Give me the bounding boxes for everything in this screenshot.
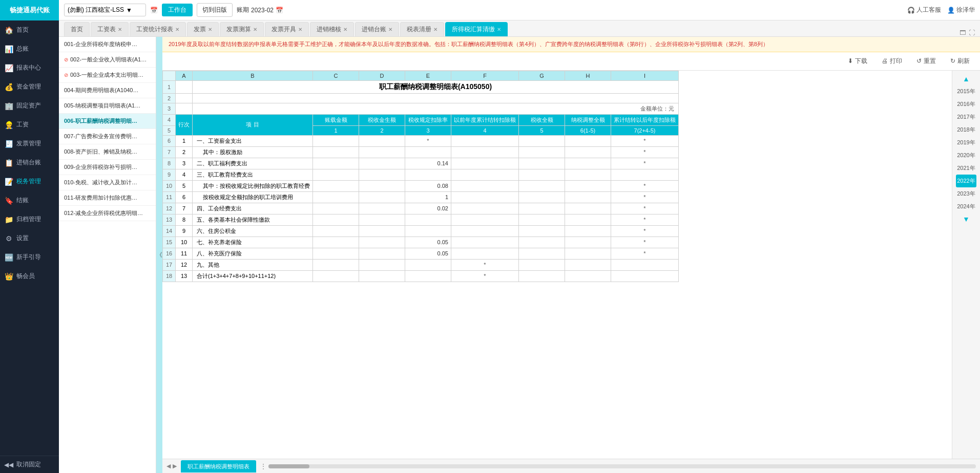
left-item-6[interactable]: 007-广告费和业务宣传费明… (59, 129, 156, 144)
year-2017[interactable]: 2017年 (956, 111, 976, 123)
tab-purchase-audit[interactable]: 进销稽核 ✕ (310, 22, 354, 36)
tab-invoice-calc[interactable]: 发票测算 ✕ (220, 22, 264, 36)
user-avatar[interactable]: 👤 徐泽华 (947, 6, 975, 14)
sidebar-item-payroll[interactable]: 👷 工资 (0, 115, 59, 134)
sidebar-item-reports[interactable]: 📈 报表中心 (0, 58, 59, 77)
left-item-7[interactable]: 008-资产折旧、摊销及纳税… (59, 144, 156, 160)
left-item-7-label: 008-资产折旧、摊销及纳税… (64, 148, 137, 156)
year-2015[interactable]: 2015年 (956, 85, 976, 98)
sheet-nav-left[interactable]: ◀ (166, 463, 171, 469)
table-row: 8 3 二、职工福利费支出 0.14 * (163, 158, 679, 169)
left-item-2[interactable]: ⊘ 003-一般企业成本支出明细… (59, 68, 156, 83)
download-button[interactable]: ⬇ 下载 (844, 55, 871, 67)
year-2019[interactable]: 2019年 (956, 136, 976, 149)
tab-payroll-close[interactable]: ✕ (118, 27, 122, 32)
tab-tax-register[interactable]: 税表清册 ✕ (400, 22, 444, 36)
refresh-button[interactable]: ↻ 刷新 (946, 55, 974, 67)
period-icon[interactable]: 📅 (276, 7, 283, 14)
sidebar-item-guide[interactable]: 🆕 新手引导 (0, 248, 59, 267)
tab-invoice-calc-close[interactable]: ✕ (253, 27, 257, 32)
year-2023[interactable]: 2023年 (956, 187, 976, 200)
switch-button[interactable]: 切到旧版 (197, 3, 233, 17)
tab-minimize-icon[interactable]: 🗖 (960, 29, 966, 36)
header-project: 项 目 (193, 114, 313, 135)
sidebar-item-invoice[interactable]: 🧾 发票管理 (0, 134, 59, 153)
sidebar-item-funds[interactable]: 💰 资金管理 (0, 77, 59, 96)
sub-header-5: 5 (519, 125, 565, 135)
sidebar-item-payroll-label: 工资 (16, 120, 29, 129)
closing-icon: 🔖 (4, 197, 13, 205)
sidebar-item-closing[interactable]: 🔖 结账 (0, 191, 59, 210)
tabbar: 首页 工资表 ✕ 工资统计报表 ✕ 发票 ✕ 发票测算 ✕ 发票开具 ✕ 进销稽… (59, 20, 980, 37)
reset-button[interactable]: ↺ 重置 (912, 55, 940, 67)
sidebar-item-assets[interactable]: 🏢 固定资产 (0, 96, 59, 115)
tab-purchase-ledger-close[interactable]: ✕ (388, 27, 392, 32)
guide-icon: 🆕 (4, 253, 13, 262)
notice-bar: 2019年度及取以前年度结转数据的申报表单元格需要手工维护正确，才能确保本年及以… (162, 37, 980, 52)
table-row: 15 10 七、补充养老保险 0.05 * (163, 236, 679, 248)
panel-collapse-button[interactable]: 《 (156, 37, 162, 473)
year-2022[interactable]: 2022年 (956, 175, 976, 187)
year-2016[interactable]: 2016年 (956, 98, 976, 111)
sidebar-item-settings-label: 设置 (16, 234, 29, 243)
left-item-9[interactable]: 010-免税、减计收入及加计… (59, 175, 156, 190)
sidebar-item-home[interactable]: 🏠 首页 (0, 20, 59, 39)
sidebar-item-archive-label: 归档管理 (16, 215, 41, 224)
tab-payroll[interactable]: 工资表 ✕ (91, 22, 129, 36)
company-name: (勿删) 江西稳宝-LSS (68, 6, 124, 14)
tab-payroll-stats[interactable]: 工资统计报表 ✕ (130, 22, 186, 36)
sheet-tab-main[interactable]: 职工薪酬纳税调整明细表 (181, 460, 256, 472)
print-button[interactable]: 🖨 打印 (878, 55, 906, 67)
left-item-5[interactable]: 006-职工薪酬纳税调整明细… (59, 114, 156, 129)
tab-invoice-close[interactable]: ✕ (208, 27, 212, 32)
workbench-button[interactable]: 工作台 (162, 4, 193, 16)
left-item-8[interactable]: 009-企业所得税弥补亏损明… (59, 160, 156, 175)
tab-purchase-ledger[interactable]: 进销台账 ✕ (355, 22, 399, 36)
left-item-3[interactable]: 004-期间费用明细表(A1040… (59, 83, 156, 98)
year-2020[interactable]: 2020年 (956, 149, 976, 162)
settings-icon: ⚙ (4, 234, 13, 243)
left-item-4[interactable]: 005-纳税调整项目明细表(A1… (59, 98, 156, 114)
sidebar-item-tax[interactable]: 📝 税务管理 (0, 172, 59, 191)
row-num-4: 4 (163, 114, 176, 125)
tab-payroll-stats-close[interactable]: ✕ (175, 27, 179, 32)
sheet-area[interactable]: A B C D E F G H I (162, 71, 952, 459)
year-2018[interactable]: 2018年 (956, 123, 976, 136)
left-item-3-label: 004-期间费用明细表(A1040… (64, 87, 139, 94)
left-item-10-label: 011-研发费用加计扣除优惠… (64, 194, 137, 202)
sidebar-item-general-ledger[interactable]: 📊 总账 (0, 39, 59, 58)
member-icon: 👑 (4, 272, 13, 281)
sheet-nav-right[interactable]: ▶ (173, 463, 177, 469)
tab-maximize-icon[interactable]: ⛶ (969, 29, 975, 36)
table-row: 12 7 四、工会经费支出 0.02 * (163, 203, 679, 214)
tab-home[interactable]: 首页 (64, 22, 90, 36)
row-num-2: 2 (163, 93, 176, 103)
sidebar: 畅捷通易代账 🏠 首页 📊 总账 📈 报表中心 💰 资金管理 🏢 固定资产 👷 … (0, 0, 59, 473)
left-item-10[interactable]: 011-研发费用加计扣除优惠… (59, 190, 156, 206)
sidebar-item-member[interactable]: 👑 畅会员 (0, 267, 59, 286)
year-2021[interactable]: 2021年 (956, 162, 976, 175)
tab-tax-register-close[interactable]: ✕ (433, 27, 437, 32)
year-scroll-down[interactable]: ▼ (956, 213, 976, 225)
left-item-11[interactable]: 012-减免企业所得税优惠明细… (59, 206, 156, 221)
left-item-1[interactable]: ⊘ 002-一般企业收入明细表(A1… (59, 52, 156, 68)
sidebar-item-archive[interactable]: 📁 归档管理 (0, 210, 59, 229)
tab-invoice-issue[interactable]: 发票开具 ✕ (265, 22, 309, 36)
year-2024[interactable]: 2024年 (956, 200, 976, 213)
sheet-tab-menu[interactable]: ⋮ (260, 463, 266, 470)
company-selector[interactable]: (勿删) 江西稳宝-LSS ▼ (64, 4, 146, 16)
header-rownum: 行次 (176, 114, 193, 135)
tab-tax-settlement-close[interactable]: ✕ (497, 27, 501, 32)
left-item-0[interactable]: 001-企业所得税年度纳税申… (59, 37, 156, 52)
unpin-button[interactable]: ◀◀ 取消固定 (0, 456, 59, 473)
tab-invoice-issue-close[interactable]: ✕ (298, 27, 302, 32)
topbar-right: 🎧 人工客服 👤 徐泽华 (907, 6, 975, 14)
sidebar-item-assets-label: 固定资产 (16, 101, 41, 110)
customer-service-btn[interactable]: 🎧 人工客服 (907, 6, 941, 14)
sidebar-item-sales[interactable]: 📋 进销台账 (0, 153, 59, 172)
year-scroll-up[interactable]: ▲ (956, 73, 976, 85)
tab-invoice[interactable]: 发票 ✕ (187, 22, 219, 36)
tab-purchase-audit-close[interactable]: ✕ (343, 27, 347, 32)
sidebar-item-settings[interactable]: ⚙ 设置 (0, 229, 59, 248)
tab-tax-settlement[interactable]: 所得税汇算清缴 ✕ (445, 22, 508, 36)
